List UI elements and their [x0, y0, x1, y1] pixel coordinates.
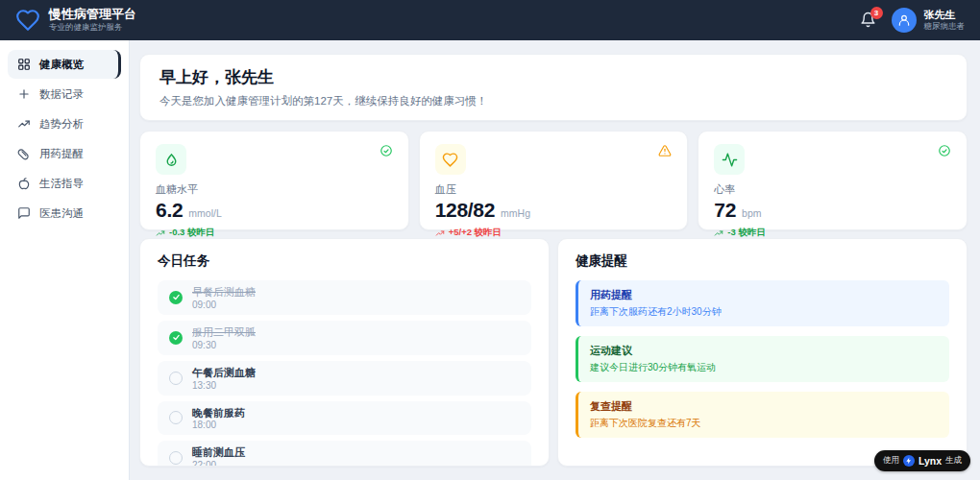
- brand: 慢性病管理平台 专业的健康监护服务: [15, 7, 136, 34]
- trend-icon: [17, 117, 31, 131]
- task-done-checkbox[interactable]: [169, 331, 183, 345]
- reminder-list: 用药提醒距离下次服药还有2小时30分钟运动建议建议今日进行30分钟有氧运动复查提…: [576, 280, 949, 438]
- sidebar-item-生活指导[interactable]: 生活指导: [8, 169, 121, 198]
- sidebar-item-label: 趋势分析: [39, 117, 84, 132]
- reminder-title: 复查提醒: [590, 399, 938, 414]
- metric-card-心率: 心率72bpm-3 较昨日: [698, 131, 968, 230]
- sidebar-item-数据记录[interactable]: 数据记录: [8, 80, 121, 108]
- app-title: 慢性病管理平台: [49, 7, 136, 22]
- trend-up-icon: [435, 228, 445, 238]
- task-row[interactable]: 午餐后测血糖13:30: [158, 361, 531, 396]
- check-circle-icon: [938, 144, 951, 157]
- droplet-icon: [156, 144, 186, 175]
- user-menu[interactable]: 张先生 糖尿病患者: [892, 8, 966, 33]
- metric-label: 心率: [714, 182, 951, 197]
- chat-icon: [17, 206, 31, 220]
- reminder-warning: 复查提醒距离下次医院复查还有7天: [576, 392, 949, 438]
- avatar: [892, 8, 917, 33]
- task-list: 早餐后测血糖09:00服用二甲双胍09:30午餐后测血糖13:30晚餐前服药18…: [158, 280, 531, 467]
- trend-up-icon: [714, 228, 723, 238]
- task-time: 22:00: [192, 460, 245, 467]
- reminder-title: 运动建议: [590, 344, 938, 358]
- task-row[interactable]: 服用二甲双胍09:30: [158, 321, 531, 355]
- metric-card-血糖水平: 血糖水平6.2mmol/L-0.3 较昨日: [139, 131, 409, 230]
- lynx-badge[interactable]: 使用 Lynx 生成: [874, 450, 970, 471]
- heart-logo-icon: [15, 8, 40, 33]
- metric-unit: mmHg: [501, 207, 530, 219]
- user-role: 糖尿病患者: [924, 21, 966, 33]
- task-row[interactable]: 睡前测血压22:00: [158, 441, 531, 467]
- metric-label: 血压: [435, 182, 673, 197]
- task-title: 午餐后测血糖: [192, 366, 256, 380]
- task-todo-checkbox[interactable]: [169, 372, 183, 385]
- pill-icon: [17, 147, 31, 160]
- task-title: 晚餐前服药: [192, 406, 245, 420]
- sidebar-item-健康概览[interactable]: 健康概览: [8, 50, 121, 79]
- reminder-title: 用药提醒: [590, 288, 938, 302]
- task-time: 13:30: [192, 380, 256, 391]
- task-todo-checkbox[interactable]: [169, 451, 183, 465]
- metric-value: 128/82: [435, 199, 495, 222]
- task-row[interactable]: 晚餐前服药18:00: [158, 401, 531, 436]
- sidebar: 健康概览数据记录趋势分析用药提醒生活指导医患沟通: [0, 40, 130, 480]
- sidebar-item-label: 生活指导: [39, 177, 84, 191]
- lynx-logo-icon: [903, 455, 915, 467]
- task-time: 09:00: [192, 300, 256, 310]
- metrics-row: 血糖水平6.2mmol/L-0.3 较昨日血压128/82mmHg+5/+2 较…: [139, 131, 968, 230]
- sidebar-item-趋势分析[interactable]: 趋势分析: [8, 109, 121, 138]
- task-done-checkbox[interactable]: [169, 291, 183, 304]
- bottom-panels: 今日任务 早餐后测血糖09:00服用二甲双胍09:30午餐后测血糖13:30晚餐…: [139, 238, 968, 467]
- heart-icon: [435, 144, 466, 175]
- warning-icon: [658, 144, 672, 157]
- task-title: 早餐后测血糖: [192, 285, 256, 300]
- reminder-desc: 距离下次服药还有2小时30分钟: [590, 305, 938, 319]
- sidebar-item-用药提醒[interactable]: 用药提醒: [8, 139, 121, 168]
- notifications-button[interactable]: 3: [860, 12, 876, 28]
- user-icon: [897, 13, 911, 27]
- lynx-badge-suffix: 生成: [945, 455, 962, 467]
- metric-value: 6.2: [156, 199, 183, 222]
- reminders-panel-title: 健康提醒: [576, 252, 949, 270]
- task-title: 服用二甲双胍: [192, 325, 256, 340]
- tasks-panel: 今日任务 早餐后测血糖09:00服用二甲双胍09:30午餐后测血糖13:30晚餐…: [139, 238, 550, 467]
- reminder-desc: 建议今日进行30分钟有氧运动: [590, 361, 938, 374]
- metric-label: 血糖水平: [156, 182, 393, 197]
- app-subtitle: 专业的健康监护服务: [49, 22, 136, 34]
- trend-up-icon: [156, 228, 165, 238]
- app-header: 慢性病管理平台 专业的健康监护服务 3 张先生 糖尿病患者: [0, 0, 980, 40]
- lynx-badge-prefix: 使用: [883, 455, 899, 467]
- greeting-title: 早上好，张先生: [159, 66, 947, 88]
- sidebar-item-label: 医患沟通: [39, 206, 84, 221]
- sidebar-item-label: 健康概览: [39, 58, 84, 72]
- reminder-info: 用药提醒距离下次服药还有2小时30分钟: [576, 280, 949, 326]
- notification-badge: 3: [870, 7, 883, 19]
- task-todo-checkbox[interactable]: [169, 411, 183, 424]
- sidebar-item-医患沟通[interactable]: 医患沟通: [8, 199, 121, 228]
- plus-icon: [17, 87, 31, 101]
- task-row[interactable]: 早餐后测血糖09:00: [158, 280, 531, 315]
- main-content: 早上好，张先生 今天是您加入健康管理计划的第127天，继续保持良好的健康习惯！ …: [130, 40, 980, 480]
- apple-icon: [17, 177, 31, 190]
- dashboard-icon: [17, 58, 31, 71]
- task-title: 睡前测血压: [192, 445, 245, 460]
- reminder-success: 运动建议建议今日进行30分钟有氧运动: [576, 336, 949, 382]
- task-time: 09:30: [192, 340, 256, 350]
- check-circle-icon: [380, 144, 393, 157]
- sidebar-item-label: 用药提醒: [39, 147, 84, 161]
- reminder-desc: 距离下次医院复查还有7天: [590, 417, 938, 430]
- sidebar-item-label: 数据记录: [39, 87, 84, 102]
- tasks-panel-title: 今日任务: [158, 252, 531, 270]
- user-name: 张先生: [924, 8, 966, 21]
- greeting-card: 早上好，张先生 今天是您加入健康管理计划的第127天，继续保持良好的健康习惯！: [139, 54, 968, 121]
- metric-card-血压: 血压128/82mmHg+5/+2 较昨日: [419, 131, 689, 230]
- lynx-badge-brand: Lynx: [919, 455, 942, 467]
- task-time: 18:00: [192, 420, 245, 430]
- metric-unit: bpm: [742, 207, 761, 219]
- metric-unit: mmol/L: [188, 207, 221, 219]
- pulse-icon: [714, 144, 745, 175]
- metric-value: 72: [714, 199, 736, 222]
- greeting-subtitle: 今天是您加入健康管理计划的第127天，继续保持良好的健康习惯！: [159, 94, 947, 108]
- reminders-panel: 健康提醒 用药提醒距离下次服药还有2小时30分钟运动建议建议今日进行30分钟有氧…: [557, 238, 968, 467]
